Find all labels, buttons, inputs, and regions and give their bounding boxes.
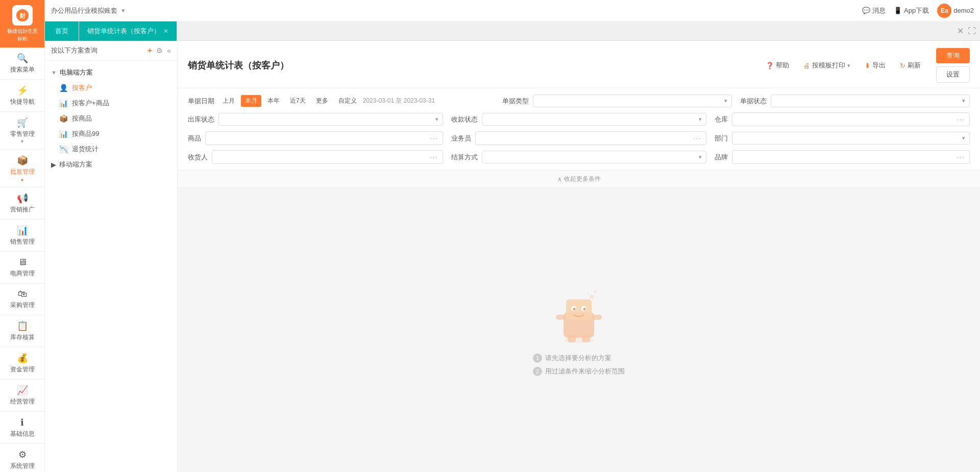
filter-dept: 部门 ▾: [715, 132, 970, 145]
retail-arrow: ▾: [21, 138, 23, 144]
settlement-label: 结算方式: [451, 153, 478, 162]
by-customer-icon: 👤: [59, 84, 68, 92]
svg-point-15: [587, 292, 589, 294]
tab-close-icon[interactable]: ✕: [163, 28, 168, 35]
sidebar-item-inventory[interactable]: 📋 库存核算: [0, 315, 44, 347]
operations-icon: 📈: [17, 385, 28, 396]
sidebar-item-finance-label: 资金管理: [10, 365, 35, 374]
tree-item-return-stats[interactable]: 📉 退货统计: [45, 141, 177, 157]
refresh-btn[interactable]: ↻ 刷新: [896, 59, 925, 72]
sidebar-item-finance[interactable]: 💰 资金管理: [0, 347, 44, 380]
recipient-dots-icon: ···: [430, 153, 438, 161]
product-select[interactable]: ···: [205, 131, 443, 145]
date-opt-7-days[interactable]: 近7天: [286, 95, 310, 107]
sidebar-item-system-label: 系统管理: [10, 462, 35, 470]
brand-label: 品牌: [715, 153, 728, 162]
sidebar-item-wholesale[interactable]: 📦 批发管理 ▴: [0, 150, 44, 187]
status-select[interactable]: ▾: [771, 95, 970, 107]
desktop-group-header[interactable]: ▼ 电脑端方案: [45, 65, 177, 80]
sidebar-item-marketing[interactable]: 📢 营销推广: [0, 187, 44, 220]
sidebar-item-ecommerce[interactable]: 🖥 电商管理: [0, 252, 44, 284]
tab-home[interactable]: 首页: [45, 21, 79, 41]
sidebar-item-quick-nav[interactable]: ⚡ 快捷导航: [0, 80, 44, 112]
product-label: 商品: [188, 134, 201, 143]
sidebar-item-search[interactable]: 🔍 搜索菜单: [0, 48, 44, 80]
filter-product: 商品 ···: [188, 131, 443, 145]
settlement-select[interactable]: ▾: [482, 151, 706, 163]
sidebar-item-basics-label: 基础信息: [10, 430, 35, 438]
sidebar-item-purchase[interactable]: 🛍 采购管理: [0, 284, 44, 315]
tree-item-by-product-99[interactable]: 📊 按商品99: [45, 126, 177, 141]
date-opt-more[interactable]: 更多: [312, 95, 332, 107]
payment-select[interactable]: ▾: [482, 113, 706, 126]
user-avatar: Ea: [937, 4, 951, 18]
sidebar-item-system[interactable]: ⚙ 系统管理: [0, 444, 44, 472]
brand-select[interactable]: ···: [732, 150, 970, 164]
date-opt-this-month[interactable]: 本月: [241, 95, 261, 107]
mobile-group-header[interactable]: ▶ 移动端方案: [45, 157, 177, 172]
help-btn[interactable]: ❓ 帮助: [762, 59, 793, 72]
wholesale-icon: 📦: [17, 155, 28, 166]
tabbar: 首页 销货单统计表（按客户） ✕ ✕ ⛶: [45, 21, 980, 41]
tree-item-by-customer-product[interactable]: 📊 按客户+商品: [45, 96, 177, 111]
dept-select[interactable]: ▾: [732, 132, 970, 145]
app-logo-subtitle: 标账: [17, 35, 28, 42]
date-opt-custom[interactable]: 自定义: [334, 95, 361, 107]
message-icon: 💬: [862, 7, 870, 14]
right-panel: 销货单统计表（按客户） ❓ 帮助 🖨 按模板打印 ▾ ⬇ 导出: [178, 41, 980, 472]
user-menu[interactable]: Ea demo2: [937, 4, 974, 18]
tree-item-by-customer-label: 按客户: [72, 83, 92, 92]
filter-row-1: 单据日期 上月 本月 本年 近7天 更多 自定义 2023-03-01 至 20…: [188, 95, 970, 107]
settlement-dropdown-icon: ▾: [699, 154, 702, 160]
salesperson-select[interactable]: ···: [475, 131, 706, 145]
tree-item-by-customer[interactable]: 👤 按客户: [45, 80, 177, 96]
collapse-panel-icon[interactable]: «: [167, 46, 171, 55]
mobile-group-label: 移动端方案: [59, 160, 92, 169]
filter-date: 单据日期 上月 本月 本年 近7天 更多 自定义 2023-03-01 至 20…: [188, 95, 494, 107]
search-icon: 🔍: [17, 53, 28, 64]
settings-btn[interactable]: 设置: [936, 66, 970, 83]
window-close-btn[interactable]: ✕: [957, 26, 964, 36]
window-maximize-btn[interactable]: ⛶: [968, 27, 976, 36]
messages-btn[interactable]: 💬 消息: [862, 6, 886, 15]
retail-icon: 🛒: [17, 117, 28, 128]
export-btn[interactable]: ⬇ 导出: [861, 59, 890, 72]
sidebar-item-basics[interactable]: ℹ 基础信息: [0, 412, 44, 444]
ship-label: 出库状态: [188, 115, 214, 124]
sales-icon: 📊: [17, 225, 28, 236]
warehouse-select[interactable]: ···: [732, 112, 970, 126]
svg-point-7: [573, 308, 576, 311]
page-title: 销货单统计表（按客户）: [188, 59, 289, 72]
add-scheme-btn[interactable]: +: [148, 46, 152, 55]
mobile-group-arrow: ▶: [51, 161, 56, 169]
collapse-row[interactable]: ∧ 收起更多条件: [178, 171, 980, 188]
svg-text:财: 财: [19, 12, 26, 19]
ecommerce-icon: 🖥: [18, 257, 27, 268]
sidebar-item-operations[interactable]: 📈 经营管理: [0, 380, 44, 412]
type-select[interactable]: ▾: [533, 95, 732, 107]
purchase-icon: 🛍: [18, 289, 27, 299]
tree-item-by-product[interactable]: 📦 按商品: [45, 111, 177, 126]
tip-num-2: 2: [533, 367, 542, 376]
query-btn[interactable]: 查询: [936, 48, 970, 63]
print-btn[interactable]: 🖨 按模板打印 ▾: [799, 59, 854, 72]
recipient-select[interactable]: ···: [212, 150, 443, 164]
sidebar-item-quick-nav-label: 快捷导航: [10, 98, 35, 106]
sidebar-item-retail[interactable]: 🛒 零售管理 ▾: [0, 112, 44, 150]
status-dropdown-icon: ▾: [962, 98, 965, 104]
date-opt-last-month[interactable]: 上月: [218, 95, 239, 107]
app-download-btn[interactable]: 📱 App下载: [894, 6, 929, 15]
dept-dropdown-icon: ▾: [962, 135, 965, 141]
scheme-settings-icon[interactable]: ⚙: [156, 46, 163, 55]
industry-dropdown-icon[interactable]: ▾: [121, 7, 125, 14]
tree-item-by-product-99-label: 按商品99: [72, 129, 99, 138]
date-opt-this-year[interactable]: 本年: [263, 95, 284, 107]
sidebar-item-ecommerce-label: 电商管理: [10, 269, 35, 278]
filter-row-2: 出库状态 ▾ 收款状态 ▾ 仓库: [188, 112, 970, 126]
tab-sales-stat[interactable]: 销货单统计表（按客户） ✕: [79, 21, 177, 41]
topbar: 办公用品行业模拟账套 ▾ 💬 消息 📱 App下载 Ea demo2: [45, 0, 980, 21]
ship-select[interactable]: ▾: [218, 113, 443, 126]
main-area: 办公用品行业模拟账套 ▾ 💬 消息 📱 App下载 Ea demo2 首页 销货…: [45, 0, 980, 472]
help-label: 帮助: [776, 61, 789, 70]
sidebar-item-sales[interactable]: 📊 销售管理: [0, 220, 44, 252]
